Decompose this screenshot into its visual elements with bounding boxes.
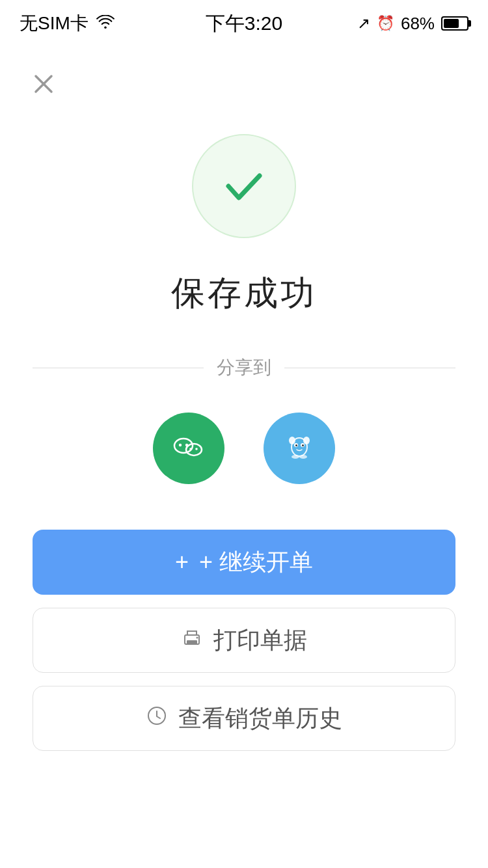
close-button[interactable] xyxy=(26,66,61,102)
status-bar: 无SIM卡 下午3:20 ↗ ⏰ 68% xyxy=(0,0,488,47)
wechat-share-button[interactable] xyxy=(153,413,224,484)
status-left: 无SIM卡 xyxy=(20,11,115,36)
success-circle xyxy=(192,134,296,238)
history-icon xyxy=(146,705,168,733)
wifi-icon xyxy=(96,13,115,34)
svg-point-6 xyxy=(189,448,192,450)
share-divider: 分享到 xyxy=(33,355,455,380)
qq-share-button[interactable] xyxy=(264,413,335,484)
continue-plus-icon: + xyxy=(175,549,189,576)
close-area xyxy=(0,47,488,108)
svg-point-17 xyxy=(299,455,307,459)
location-icon: ↗ xyxy=(357,14,370,33)
divider-line-left xyxy=(33,368,204,368)
success-icon-wrapper xyxy=(192,134,296,238)
svg-rect-19 xyxy=(187,640,197,644)
qq-icon xyxy=(280,429,319,468)
share-label: 分享到 xyxy=(217,355,271,380)
svg-point-3 xyxy=(186,444,202,455)
divider-line-right xyxy=(284,368,455,368)
svg-point-14 xyxy=(289,437,295,444)
continue-label: + 继续开单 xyxy=(199,547,313,578)
alarm-icon: ⏰ xyxy=(377,15,394,32)
main-content: 保存成功 分享到 xyxy=(0,108,488,868)
svg-point-15 xyxy=(303,437,310,444)
success-title: 保存成功 xyxy=(171,271,317,316)
status-right: ↗ ⏰ 68% xyxy=(357,14,468,34)
history-button[interactable]: 查看销货单历史 xyxy=(33,686,455,751)
carrier-text: 无SIM卡 xyxy=(20,11,88,36)
svg-point-2 xyxy=(174,439,193,453)
svg-point-16 xyxy=(291,455,299,459)
svg-point-5 xyxy=(185,444,188,446)
history-label: 查看销货单历史 xyxy=(178,703,342,735)
battery-icon xyxy=(441,16,468,31)
wechat-icon xyxy=(169,429,208,468)
action-buttons: + + 继续开单 打印单据 查看销货单历史 xyxy=(33,530,455,751)
print-button[interactable]: 打印单据 xyxy=(33,608,455,673)
battery-percent: 68% xyxy=(401,14,435,34)
svg-point-12 xyxy=(295,444,297,446)
svg-point-13 xyxy=(302,444,304,446)
svg-point-7 xyxy=(195,448,198,450)
print-label: 打印单据 xyxy=(213,625,307,657)
status-time: 下午3:20 xyxy=(206,10,282,37)
print-icon xyxy=(181,627,203,654)
svg-point-4 xyxy=(179,444,182,446)
checkmark-icon xyxy=(218,160,270,212)
continue-button[interactable]: + + 继续开单 xyxy=(33,530,455,595)
svg-point-20 xyxy=(197,637,198,639)
share-icons xyxy=(153,413,335,484)
